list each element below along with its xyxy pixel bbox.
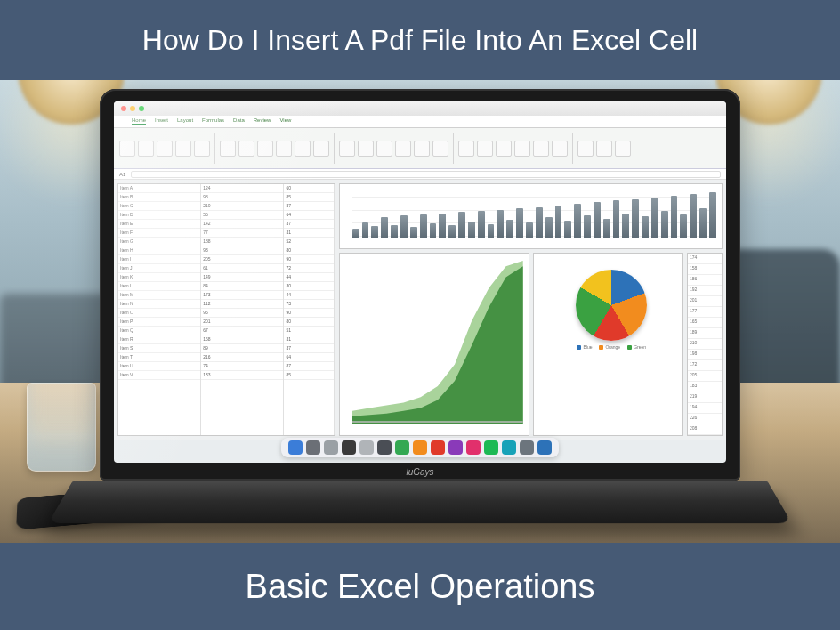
ribbon-button — [552, 141, 568, 157]
bar — [439, 214, 446, 238]
cell: 77 — [201, 229, 283, 238]
cell: 44 — [284, 273, 333, 282]
side-cell: 205 — [688, 371, 722, 382]
bar — [699, 208, 707, 238]
ribbon-tab-formulas: Formulas — [202, 117, 224, 125]
ribbon-button — [276, 141, 292, 157]
ribbon-toolbar — [114, 128, 726, 169]
bar — [622, 214, 629, 238]
side-cell: 177 — [688, 307, 722, 318]
cell: 74 — [201, 362, 283, 371]
ribbon-tab-insert: Insert — [155, 117, 168, 125]
bar — [632, 199, 639, 238]
ribbon-button — [339, 141, 355, 157]
workbook-area: Item AItem BItem CItem DItem EItem FItem… — [114, 180, 726, 440]
cell: Item B — [118, 193, 200, 202]
cell: Item P — [118, 318, 200, 327]
hero-scene: HomeInsertLayoutFormulasDataReviewView A… — [0, 80, 840, 543]
dock-app-icon — [359, 440, 374, 455]
cell: Item Q — [118, 327, 200, 335]
ribbon-button — [119, 141, 135, 157]
macos-dock — [281, 438, 559, 457]
side-cell: 210 — [688, 339, 722, 350]
ribbon-button — [194, 141, 210, 157]
cell: 201 — [201, 318, 283, 327]
cell: Item R — [118, 335, 200, 344]
ribbon-button — [615, 141, 631, 157]
cell: 30 — [284, 282, 333, 291]
area-chart — [339, 253, 529, 436]
side-cell: 172 — [688, 360, 722, 371]
cell: Item H — [118, 246, 200, 255]
side-cell: 201 — [688, 296, 722, 307]
charts-panel: BlueOrangeGreen 174158186192201177165189… — [339, 183, 723, 436]
bar — [651, 198, 658, 238]
cell: 98 — [201, 193, 283, 202]
ribbon-button — [395, 141, 411, 157]
name-box: A1 — [119, 172, 125, 177]
bar — [709, 192, 716, 238]
bar — [478, 211, 485, 238]
bar — [661, 211, 668, 238]
ribbon-button — [514, 141, 530, 157]
laptop-brand: luGays — [406, 467, 433, 477]
side-cell: 219 — [688, 392, 722, 403]
bar — [362, 222, 369, 238]
pie-legend: BlueOrangeGreen — [546, 344, 677, 350]
dock-app-icon — [431, 440, 445, 455]
cell: 87 — [284, 362, 333, 371]
cell: 80 — [284, 246, 333, 255]
cell: 124 — [201, 184, 283, 193]
cell: 142 — [201, 220, 283, 229]
cell: 31 — [284, 335, 333, 344]
bar — [584, 215, 591, 238]
cell: Item M — [118, 291, 200, 300]
cell: 188 — [201, 238, 283, 246]
cell: 158 — [201, 335, 283, 344]
bar — [371, 226, 378, 238]
cell: Item L — [118, 282, 200, 291]
bar — [506, 220, 513, 238]
cell: 51 — [284, 327, 333, 335]
cell: 31 — [284, 229, 333, 238]
bar — [526, 222, 533, 238]
side-cell: 174 — [688, 254, 722, 264]
bar — [642, 216, 649, 238]
maximize-icon — [139, 106, 144, 111]
cell: 67 — [201, 327, 283, 335]
cell: 93 — [201, 246, 283, 255]
bottom-banner-text: Basic Excel Operations — [246, 568, 595, 606]
cell: 64 — [284, 353, 333, 362]
cell: 149 — [201, 273, 283, 282]
bar — [458, 212, 465, 238]
bar — [497, 210, 504, 238]
cell: 44 — [284, 291, 333, 300]
ribbon-button — [458, 141, 474, 157]
dock-app-icon — [448, 440, 463, 455]
cell: Item I — [118, 255, 200, 264]
cell: 37 — [284, 220, 333, 229]
ribbon-button — [138, 141, 154, 157]
side-cell: 165 — [688, 318, 722, 328]
ribbon-button — [578, 141, 594, 157]
cell: 85 — [284, 371, 333, 380]
ribbon-button — [414, 141, 430, 157]
window-titlebar — [114, 101, 726, 116]
bar — [430, 223, 437, 238]
cell: Item S — [118, 344, 200, 353]
close-icon — [121, 106, 126, 111]
bar — [536, 207, 543, 238]
ribbon-button — [533, 141, 549, 157]
minimize-icon — [130, 106, 135, 111]
dock-app-icon — [484, 440, 498, 455]
bar — [690, 194, 697, 238]
bar — [391, 225, 398, 238]
side-cell: 192 — [688, 286, 722, 296]
cell: 112 — [201, 300, 283, 309]
side-cell: 226 — [688, 414, 722, 424]
cell: 87 — [284, 202, 333, 211]
ribbon-button — [596, 141, 612, 157]
bar — [488, 224, 495, 238]
formula-bar: A1 — [114, 169, 726, 180]
cell: 205 — [201, 255, 283, 264]
